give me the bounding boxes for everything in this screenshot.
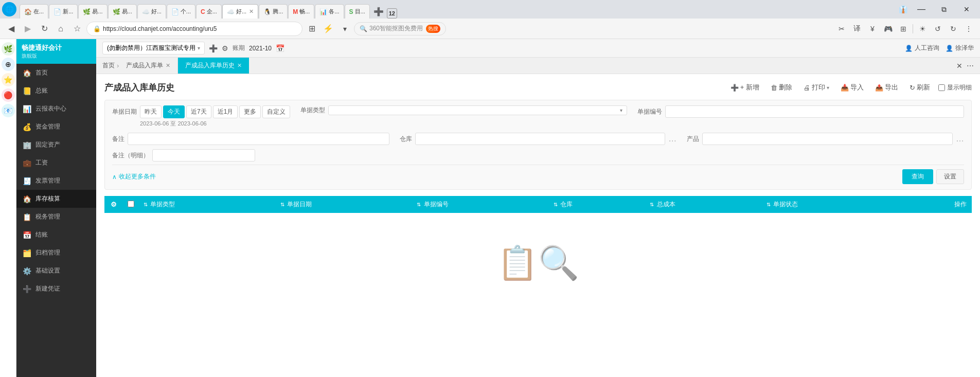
forward-button[interactable]: ▶ [21,22,35,36]
type-col-header[interactable]: ⇅ 单据类型 [138,196,275,213]
panel-close-icon[interactable]: ✕ [956,62,963,70]
lightning-button[interactable]: ⚡ [321,22,335,36]
back-button[interactable]: ◀ [4,22,19,36]
tab-6[interactable]: 📄 个... [167,4,195,19]
dropdown-button[interactable]: ▾ [337,22,352,36]
home-button[interactable]: ⌂ [54,22,68,36]
add-company-btn[interactable]: ➕ [209,44,218,52]
show-detail-checkbox[interactable]: 显示明细 [938,83,972,92]
warehouse-filter-input[interactable] [415,133,666,145]
table-gear-icon[interactable]: ⚙ [111,201,117,208]
more-date-button[interactable]: 更多 [239,105,261,118]
quick-icon-3[interactable]: ⭐ [2,73,15,86]
tab-2[interactable]: 📄 新... [49,4,78,19]
nav-item-invoice[interactable]: 🧾 发票管理 [16,172,96,190]
page-tab-list[interactable]: 产成品入库单 ✕ [119,58,178,74]
yesterday-button[interactable]: 昨天 [140,105,162,118]
tab-12[interactable]: S 目... [345,4,370,19]
quick-icon-1[interactable]: 🌿 [2,42,15,56]
week7-button[interactable]: 近7天 [186,105,211,118]
yuan-tool[interactable]: ¥ [865,22,880,36]
settings-filter-button[interactable]: 设置 [936,169,964,184]
nav-item-tax[interactable]: 📋 税务管理 [16,208,96,226]
more-tool[interactable]: ⋮ [961,22,976,36]
export-button[interactable]: 📤 导出 [872,81,901,94]
company-selector[interactable]: (勿删勿禁用）江西服宝测试专用 ▾ [102,42,205,55]
nav-item-assets[interactable]: 🏢 固定资产 [16,136,96,154]
warehouse-more-icon[interactable]: … [668,134,676,143]
nav-item-salary[interactable]: 💼 工资 [16,154,96,172]
minimize-button[interactable]: — [910,2,933,17]
grid-tool[interactable]: ⊞ [896,22,911,36]
shirt-icon[interactable]: 👔 [896,2,910,16]
page-tab-list-close[interactable]: ✕ [166,62,170,69]
extensions-button[interactable]: ⊞ [305,22,319,36]
number-col-header[interactable]: ⇅ 单据编号 [412,196,548,213]
cost-col-header[interactable]: ⇅ 总成本 [645,196,761,213]
search-box[interactable]: 🔍 360智能抠图免费用 热搜 [354,22,446,35]
month1-button[interactable]: 近1月 [213,105,238,118]
nav-item-funds[interactable]: 💰 资金管理 [16,118,96,136]
tab-11[interactable]: 📊 各... [315,4,344,19]
game-tool[interactable]: 🎮 [881,22,895,36]
user-button[interactable]: 👤 徐泽华 [946,44,974,52]
tab-5[interactable]: ☁️ 好... [137,4,166,19]
gear-col-header[interactable]: ⚙ [104,196,123,213]
bookmark-button[interactable]: ☆ [70,22,84,36]
status-col-header[interactable]: ⇅ 单据状态 [761,196,898,213]
nav-item-ledger[interactable]: 📒 总账 [16,82,96,100]
show-detail-input[interactable] [938,84,945,91]
restore-button[interactable]: ⧉ [933,2,955,17]
settings-btn-top[interactable]: ⚙ [222,44,228,52]
nav-item-inventory[interactable]: 🏠 库存核算 [16,190,96,208]
tab-4[interactable]: 🌿 易... [108,4,137,19]
tab-7[interactable]: C 企... [196,4,222,19]
new-tab-button[interactable]: ➕ [370,4,387,19]
refresh-button[interactable]: ↻ [37,22,51,36]
quick-icon-4[interactable]: 🔴 [2,88,15,102]
refresh-page-button[interactable]: ↻ 刷新 [906,81,933,94]
tab-9[interactable]: 🐧 腾... [259,4,288,19]
warehouse-col-header[interactable]: ⇅ 仓库 [548,196,645,213]
nav-sidebar-header[interactable]: 畅捷通好会计 旗舰版 [16,39,96,64]
quick-icon-2[interactable]: ⊕ [2,58,15,71]
scissors-tool[interactable]: ✂ [834,22,849,36]
print-button[interactable]: 🖨 打印 ▾ [800,81,832,94]
nav-item-home[interactable]: 🏠 首页 [16,64,96,82]
date-col-header[interactable]: ⇅ 单据日期 [275,196,412,213]
quick-icon-5[interactable]: 📧 [2,104,15,117]
url-bar[interactable]: 🔒 https://cloud.chanjet.com/accounting/u… [86,22,302,36]
translate-tool[interactable]: 译 [850,22,864,36]
note-detail-input[interactable] [152,149,255,161]
tab-8-close[interactable]: ✕ [249,8,254,15]
tab-8-active[interactable]: ☁️ 好... ✕ [222,4,258,19]
tab-10[interactable]: M 畅... [288,4,314,19]
tab-1[interactable]: 🏠 在... [20,4,48,19]
number-filter-input[interactable] [665,105,964,118]
browser-logo[interactable]: 🌐 [2,2,16,16]
page-tab-history[interactable]: 产成品入库单历史 ✕ [178,58,249,74]
nav-item-archive[interactable]: 🗂️ 归档管理 [16,244,96,262]
service-button[interactable]: 👤 人工咨询 [905,44,939,52]
close-button[interactable]: ✕ [955,2,978,17]
redo-tool[interactable]: ↻ [946,22,960,36]
page-tab-history-close[interactable]: ✕ [237,62,242,69]
note-filter-input[interactable] [128,133,389,145]
select-all-checkbox[interactable] [128,201,134,207]
today-button[interactable]: 今天 [163,105,185,118]
import-button[interactable]: 📥 导入 [838,81,867,94]
tab-3[interactable]: 🌿 易... [78,4,107,19]
query-button[interactable]: 查询 [902,169,933,184]
panel-more-icon[interactable]: ⋯ [967,62,974,70]
product-filter-input[interactable] [702,133,953,145]
product-more-icon[interactable]: … [956,134,964,143]
light-tool[interactable]: ☀ [915,22,930,36]
delete-button[interactable]: 🗑 删除 [768,81,795,94]
nav-item-newbill[interactable]: ➕ 新建凭证 [16,280,96,298]
add-button[interactable]: ➕ + 新增 [727,81,762,94]
custom-date-button[interactable]: 自定义 [262,105,290,118]
undo-tool[interactable]: ↺ [931,22,945,36]
calendar-icon[interactable]: 📅 [276,44,284,52]
breadcrumb-home[interactable]: 首页 [102,61,115,70]
type-select[interactable]: ▾ [328,105,627,115]
